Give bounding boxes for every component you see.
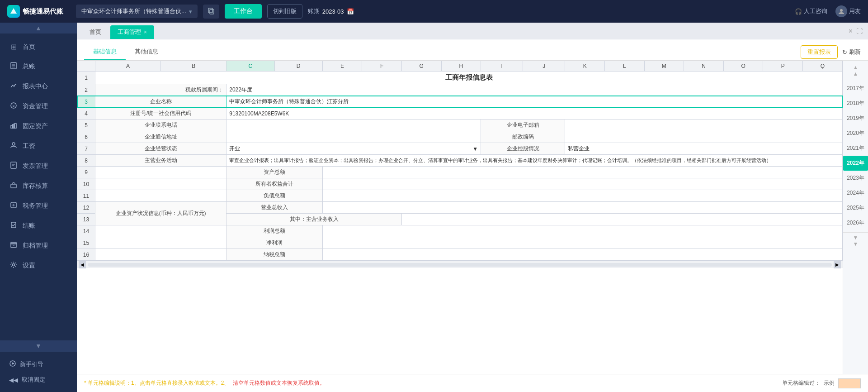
tab-close-icon[interactable]: × [144,29,147,35]
subtab-basic[interactable]: 基础信息 [84,44,126,60]
scroll-left-button[interactable]: ◀ [79,261,86,268]
debt-value-cell[interactable] [322,190,842,202]
status-value-cell[interactable]: 开业 ▼ [226,143,481,155]
scroll-down-icon[interactable]: ▼ [35,342,42,349]
scroll-track[interactable] [88,263,832,267]
sidebar-label-home: 首页 [23,43,35,51]
sidebar-item-settings[interactable]: 设置 [0,256,77,276]
sidebar-item-invoice[interactable]: 发票管理 [0,156,77,176]
year-item-2017[interactable]: 2017年 [843,81,868,96]
net-profit-label-cell: 净利润 [226,237,323,249]
company-name-value-cell[interactable]: 中审众环会计师事务所（特殊普通合伙）江苏分所 [226,96,843,108]
col-header-m: M [644,61,684,72]
net-profit-value-cell[interactable] [322,237,842,249]
col-header-h: H [441,61,481,72]
table-row: 12 企业资产状况信息(币种：人民币万元) 营业总收入 [77,202,843,214]
reset-report-button[interactable]: 重置报表 [801,45,838,59]
debt-label-cell: 负债总额 [226,190,323,202]
sub-tab-bar: 基础信息 其他信息 重置报表 ↻ 刷新 [77,39,868,61]
period-value-cell[interactable]: 2022年度 [226,84,843,96]
scroll-up-icon[interactable]: ▲ [35,24,42,32]
sidebar-item-ledger[interactable]: 总账 [0,57,77,76]
year-item-2026[interactable]: 2026年 [843,215,868,230]
col-header-g: G [401,61,441,72]
col-header-a: A [95,61,161,72]
profit-value-cell[interactable] [322,225,842,237]
expand-panel-button[interactable]: ⛶ [856,27,863,35]
sidebar-scroll-up[interactable]: ▲ [0,23,77,33]
year-item-2023[interactable]: 2023年 [843,171,868,186]
sidebar-item-tax[interactable]: 税务管理 [0,196,77,216]
spreadsheet-container[interactable]: A B C D E F G H I J K L M [77,61,843,374]
panel-chevron-up2[interactable]: ▲ [853,71,859,77]
panel-chevron-down2[interactable]: ▼ [853,241,859,247]
year-item-2020[interactable]: 2020年 [843,126,868,141]
sidebar-item-archive[interactable]: 归档管理 [0,236,77,256]
user-area[interactable]: 用友 [835,5,861,17]
total-assets-value-cell[interactable] [322,167,842,178]
row-num-11: 11 [77,190,95,202]
note-highlight: 清空单元格数值或文本恢复系统取值。 [233,379,325,387]
sidebar-item-finance[interactable]: ¥ 资金管理 [0,96,77,116]
service-button[interactable]: 🎧 人工咨询 [795,7,827,15]
sidebar-item-guide[interactable]: 新手引导 [0,356,77,372]
sidebar-item-inventory[interactable]: 库存核算 [0,176,77,196]
salary-icon [9,142,18,151]
year-item-2024[interactable]: 2024年 [843,186,868,201]
postcode-label-cell: 邮政编码 [481,131,565,143]
sidebar-item-reports[interactable]: 报表中心 [0,76,77,96]
year-item-2025[interactable]: 2025年 [843,201,868,215]
tab-gongshang[interactable]: 工商管理 × [110,25,154,39]
sidebar-item-close[interactable]: 结账 [0,216,77,236]
phone-value-cell[interactable] [226,120,481,131]
subtab-other[interactable]: 其他信息 [126,44,167,60]
email-label-cell: 企业电子邮箱 [481,120,565,131]
sample-label: 示例 [824,379,835,387]
refresh-button[interactable]: ↻ 刷新 [842,48,861,56]
reg-no-value-cell[interactable]: 91320100MA208E5W6K [226,108,843,120]
sidebar-label-finance: 资金管理 [23,102,48,110]
close-panel-button[interactable]: × [849,27,853,35]
sidebar-item-assets[interactable]: 固定资产 [0,116,77,136]
col-header-l: L [604,61,644,72]
panel-chevron-down[interactable]: ▼ [853,234,859,241]
year-item-2021[interactable]: 2021年 [843,141,868,156]
assets-info-label-cell: 企业资产状况信息(币种：人民币万元) [95,202,226,225]
sidebar-scroll-down[interactable]: ▼ [0,340,77,351]
year-item-2018[interactable]: 2018年 [843,96,868,111]
scroll-right-button[interactable]: ▶ [834,261,841,268]
old-version-button[interactable]: 切到旧版 [267,4,302,19]
title-cell[interactable]: 工商年报信息表 [95,72,843,84]
horizontal-scrollbar[interactable]: ◀ ▶ [77,261,843,268]
dropdown-icon[interactable]: ▼ [472,146,478,152]
col-header-d: D [274,61,322,72]
revenue-value-cell[interactable] [322,202,842,214]
year-item-2022[interactable]: 2022年 [843,156,868,171]
spreadsheet-wrapper: A B C D E F G H I J K L M [77,61,868,374]
email-value-cell[interactable] [565,120,843,131]
equity-value-cell[interactable] [322,178,842,190]
table-row: 6 企业通信地址 邮政编码 [77,131,843,143]
row-num-2: 2 [77,84,95,96]
business-value-cell[interactable]: 审查企业会计报表；出具审计报告；验证企业资本；出具验资报告；办理企业合开、分立、… [226,155,843,167]
sidebar-item-salary[interactable]: 工资 [0,136,77,156]
close-accounts-icon [9,221,18,230]
copy-button[interactable] [203,5,219,19]
sidebar-footer: 新手引导 ◀◀ 取消固定 [0,351,77,392]
year-item-2019[interactable]: 2019年 [843,111,868,126]
workbench-button[interactable]: 工作台 [225,4,262,19]
table-row: 5 企业联系电话 企业电子邮箱 [77,120,843,131]
postcode-value-cell[interactable] [565,131,843,143]
holding-value-cell[interactable]: 私营企业 [565,143,843,155]
company-selector[interactable]: 中审众环会计师事务所（特殊普通合伙... ▾ [76,5,198,18]
calendar-icon[interactable]: 📅 [347,8,354,15]
sidebar-item-home[interactable]: ⊞ 首页 [0,37,77,57]
col-header-p: P [763,61,803,72]
tab-home[interactable]: 首页 [82,25,108,39]
sidebar-item-unpin[interactable]: ◀◀ 取消固定 [0,372,77,387]
tax-value-cell[interactable] [322,249,842,261]
tax-group-cell [95,249,226,261]
panel-chevron-up[interactable]: ▲ [853,64,859,71]
main-revenue-value-cell[interactable] [401,214,842,225]
address-value-cell[interactable] [226,131,481,143]
